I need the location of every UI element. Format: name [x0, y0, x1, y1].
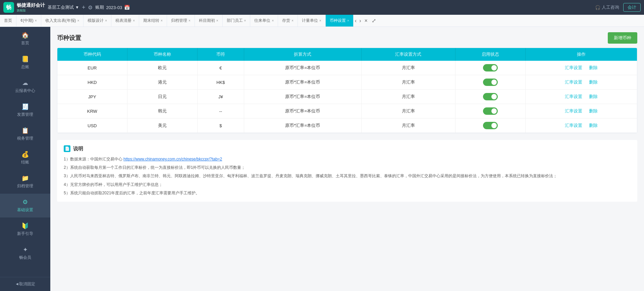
- tab-subjects[interactable]: 科目期初 ×: [195, 15, 223, 27]
- enable-toggle[interactable]: [483, 93, 498, 100]
- cell-code: HKD: [57, 75, 127, 90]
- settings-icon[interactable]: ⚙: [88, 4, 93, 11]
- tab-inventory-close[interactable]: ×: [291, 19, 293, 22]
- sidebar-item-home-label: 首页: [21, 40, 29, 46]
- home-icon: 🏠: [21, 32, 29, 39]
- cell-actions: 汇率设置 删除: [526, 75, 637, 90]
- tab-income-label: 收入支出表(年报): [45, 18, 76, 23]
- workspace-selector[interactable]: 基层工会测试 ▼: [48, 4, 79, 10]
- cell-name: 港元: [127, 75, 197, 90]
- tab-staff[interactable]: 部门员工 ×: [223, 15, 251, 27]
- enable-toggle[interactable]: [483, 122, 498, 129]
- tab-units-close[interactable]: ×: [319, 19, 321, 22]
- tab-prev-button[interactable]: ‹: [354, 15, 358, 27]
- col-actions: 操作: [526, 48, 637, 61]
- app-logo: 畅: [3, 2, 14, 13]
- tab-currency[interactable]: 币种设置 ×: [326, 15, 354, 27]
- tab-partners-close[interactable]: ×: [272, 19, 274, 22]
- sidebar-item-tax[interactable]: 📋 税务管理: [0, 122, 50, 146]
- delete-link[interactable]: 删除: [589, 123, 598, 128]
- tab-staff-close[interactable]: ×: [244, 19, 246, 22]
- account-button[interactable]: 会计: [623, 3, 641, 12]
- sidebar-item-checkout[interactable]: 💰 结账: [0, 146, 50, 170]
- rate-settings-link[interactable]: 汇率设置: [565, 123, 582, 128]
- cell-actions: 汇率设置 删除: [526, 104, 637, 118]
- sidebar-item-archive-label: 归档管理: [17, 183, 33, 189]
- cell-calc: 原币*汇率=本位币: [244, 118, 361, 133]
- cell-calc: 原币*汇率=本位币: [244, 61, 361, 75]
- sidebar-item-ledger-label: 总账: [21, 64, 29, 70]
- cell-status: [455, 75, 525, 90]
- enable-toggle[interactable]: [483, 64, 498, 71]
- add-workspace-button[interactable]: +: [82, 4, 86, 11]
- sidebar-item-tax-label: 税务管理: [17, 136, 33, 141]
- guide-icon: 🔰: [21, 222, 29, 230]
- enable-toggle[interactable]: [483, 79, 498, 86]
- tab-template-close[interactable]: ×: [105, 19, 107, 22]
- delete-link[interactable]: 删除: [589, 94, 598, 99]
- sidebar-item-member-label: 畅会员: [19, 255, 31, 260]
- rate-settings-link[interactable]: 汇率设置: [565, 108, 582, 113]
- rate-settings-link[interactable]: 汇率设置: [565, 94, 582, 99]
- tab-home-label: 首页: [4, 18, 12, 23]
- tab-archive-close[interactable]: ×: [189, 19, 191, 22]
- tab-expand-button[interactable]: ⤢: [370, 15, 378, 27]
- tab-income[interactable]: 收入支出表(年报) ×: [41, 15, 84, 27]
- tab-template[interactable]: 模版设计 ×: [84, 15, 111, 27]
- enable-toggle[interactable]: [483, 107, 498, 115]
- sidebar-item-member[interactable]: ✦ 畅会员: [0, 241, 50, 265]
- cell-name: 美元: [127, 118, 197, 133]
- notes-chinamoney-link[interactable]: https://www.chinamoney.com.cn/chinese/bk…: [123, 157, 222, 161]
- tab-subjects-close[interactable]: ×: [216, 19, 218, 22]
- sidebar-item-invoice[interactable]: 🧾 发票管理: [0, 98, 50, 122]
- tab-mid[interactable]: ¢(中期) ×: [16, 15, 41, 27]
- sidebar-item-invoice-label: 发票管理: [17, 112, 33, 117]
- consultation-button[interactable]: 🎧 人工咨询: [595, 4, 619, 10]
- cell-symbol: --: [198, 104, 244, 118]
- invoice-icon: 🧾: [21, 103, 29, 110]
- delete-link[interactable]: 删除: [589, 80, 598, 85]
- notes-title: 📄 说明: [64, 145, 631, 152]
- notes-item: 5）系统只能自动抓取2021年度后的汇率，之前年度汇率需要用户手工维护。: [64, 190, 631, 196]
- sidebar-item-home[interactable]: 🏠 首页: [0, 27, 50, 51]
- tab-period-end-label: 期末结转: [143, 18, 159, 23]
- page-header: 币种设置 新增币种: [50, 27, 644, 48]
- tab-partners[interactable]: 往来单位 ×: [250, 15, 278, 27]
- new-currency-button[interactable]: 新增币种: [608, 32, 637, 44]
- tab-staff-label: 部门员工: [227, 18, 243, 23]
- rate-settings-link[interactable]: 汇率设置: [565, 80, 582, 85]
- tab-mid-close[interactable]: ×: [35, 19, 37, 22]
- tab-close-all-button[interactable]: ×: [362, 15, 369, 27]
- tab-taxbook-close[interactable]: ×: [133, 19, 135, 22]
- delete-link[interactable]: 删除: [589, 108, 598, 113]
- tab-archive[interactable]: 归档管理 ×: [167, 15, 195, 27]
- col-symbol: 币符: [198, 48, 244, 61]
- tab-income-close[interactable]: ×: [77, 19, 79, 22]
- tab-home[interactable]: 首页: [0, 15, 16, 27]
- tab-currency-close[interactable]: ×: [347, 19, 349, 22]
- col-status: 启用状态: [455, 48, 525, 61]
- notes-item: 2）系统自动获取每月第一个工作日的汇率标价，统一为直接标价法，即1外币可以兑换的…: [64, 164, 631, 171]
- sidebar-item-basic[interactable]: ⚙ 基础设置: [0, 194, 50, 217]
- sidebar-item-ledger[interactable]: 📒 总账: [0, 51, 50, 75]
- cell-actions: 汇率设置 删除: [526, 90, 637, 104]
- tab-inventory[interactable]: 存货 ×: [278, 15, 298, 27]
- sidebar-item-reports[interactable]: ☁ 云报表中心: [0, 75, 50, 98]
- period-display: 账期 2023-03 📅: [95, 4, 130, 10]
- cell-status: [455, 90, 525, 104]
- tab-period-end-close[interactable]: ×: [161, 19, 163, 22]
- tab-period-end[interactable]: 期末结转 ×: [139, 15, 167, 27]
- pin-sidebar-button[interactable]: ◄取消固定: [0, 277, 50, 291]
- cell-symbol: HK$: [198, 75, 244, 90]
- cell-code: KRW: [57, 104, 127, 118]
- sidebar-item-archive[interactable]: 📁 归档管理: [0, 170, 50, 194]
- calendar-icon[interactable]: 📅: [124, 5, 130, 10]
- sidebar-item-guide[interactable]: 🔰 新手引导: [0, 217, 50, 241]
- rate-settings-link[interactable]: 汇率设置: [565, 65, 582, 70]
- delete-link[interactable]: 删除: [589, 65, 598, 70]
- tab-taxbook[interactable]: 税表清册 ×: [111, 15, 139, 27]
- sidebar-item-checkout-label: 结账: [21, 159, 29, 165]
- tab-units[interactable]: 计量单位 ×: [298, 15, 326, 27]
- tab-next-button[interactable]: ›: [358, 15, 362, 27]
- table-row: KRW 韩元 -- 原币*汇率=本位币 月汇率 汇率设置 删除: [57, 104, 637, 118]
